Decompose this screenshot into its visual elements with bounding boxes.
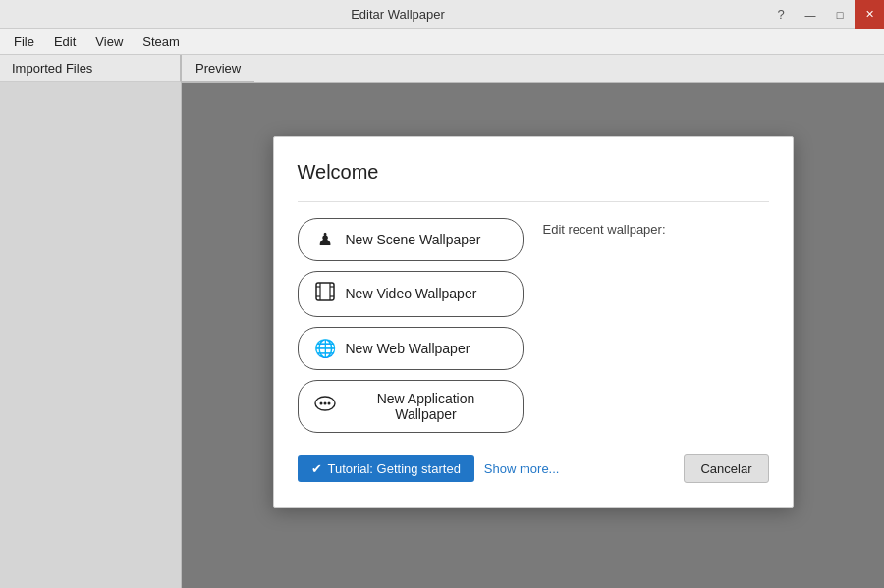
new-scene-wallpaper-button[interactable]: ♟ New Scene Wallpaper [298, 218, 524, 261]
dialog-recent-section: Edit recent wallpaper: [543, 218, 769, 433]
new-video-wallpaper-button[interactable]: New Video Wallpaper [298, 271, 524, 317]
gamepad-icon [314, 396, 336, 416]
new-video-label: New Video Wallpaper [346, 286, 477, 301]
menu-bar: File Edit View Steam [0, 29, 884, 55]
film-icon [314, 282, 336, 306]
new-web-label: New Web Wallpaper [346, 341, 470, 356]
sidebar-imported-files-tab[interactable]: Imported Files [0, 55, 181, 82]
svg-point-9 [323, 402, 326, 405]
show-more-link[interactable]: Show more... [484, 461, 560, 476]
new-scene-label: New Scene Wallpaper [346, 232, 481, 247]
menu-edit[interactable]: Edit [44, 30, 85, 53]
new-application-label: New Application Wallpaper [346, 391, 507, 422]
window-controls: ? — □ ✕ [766, 0, 884, 28]
sidebar: Imported Files [0, 55, 182, 588]
window-title: Editar Wallpaper [29, 7, 766, 22]
new-application-wallpaper-button[interactable]: New Application Wallpaper [298, 380, 524, 433]
tutorial-label: Tutorial: Getting started [328, 461, 461, 476]
checkmark-icon: ✔ [311, 461, 322, 476]
content-area: Preview Welcome ♟ New Scene Wallpaper [182, 55, 884, 588]
dialog-options: ♟ New Scene Wallpaper [298, 218, 524, 433]
recent-wallpaper-label: Edit recent wallpaper: [543, 222, 666, 237]
close-button[interactable]: ✕ [855, 0, 884, 29]
cancel-button[interactable]: Cancelar [684, 454, 768, 483]
chess-icon: ♟ [314, 229, 336, 250]
dialog-separator [298, 201, 769, 202]
menu-file[interactable]: File [4, 30, 44, 53]
dialog-body: ♟ New Scene Wallpaper [298, 218, 769, 433]
welcome-dialog: Welcome ♟ New Scene Wallpaper [273, 136, 794, 508]
menu-view[interactable]: View [85, 30, 133, 53]
tutorial-button[interactable]: ✔ Tutorial: Getting started [298, 455, 474, 482]
globe-icon: 🌐 [314, 338, 336, 359]
minimize-button[interactable]: — [796, 0, 825, 29]
new-web-wallpaper-button[interactable]: 🌐 New Web Wallpaper [298, 327, 524, 370]
menu-steam[interactable]: Steam [133, 30, 190, 53]
dialog-overlay: Welcome ♟ New Scene Wallpaper [182, 55, 884, 588]
dialog-title: Welcome [298, 161, 769, 184]
main-area: Imported Files Preview Welcome ♟ New Sce… [0, 55, 884, 588]
svg-point-8 [319, 402, 322, 405]
help-button[interactable]: ? [766, 0, 796, 29]
title-bar: Editar Wallpaper ? — □ ✕ [0, 0, 884, 29]
svg-rect-0 [316, 283, 334, 300]
svg-point-10 [327, 402, 330, 405]
maximize-button[interactable]: □ [825, 0, 855, 29]
dialog-footer: ✔ Tutorial: Getting started Show more...… [298, 454, 769, 483]
